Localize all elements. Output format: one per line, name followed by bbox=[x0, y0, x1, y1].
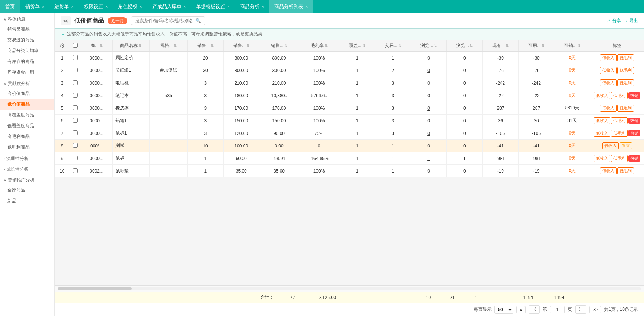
nav-finished-goods[interactable]: 产成品入库单 × bbox=[147, 0, 191, 13]
header-actions: ↗ 分享 ↓ 导出 bbox=[607, 18, 638, 24]
cell-sellable: 0天 bbox=[554, 127, 590, 140]
cell-name: 鼠标 bbox=[112, 152, 149, 165]
table-row: 5 0000... 橡皮擦 3 170.00 170.00 100% 1 3 0… bbox=[55, 102, 644, 115]
row-checkbox[interactable] bbox=[73, 68, 78, 72]
cell-sales-amt: 35.00 bbox=[223, 165, 259, 177]
sidebar-section-marketing[interactable]: ∨ 营销推广分析 bbox=[0, 174, 54, 185]
sidebar-item-high-margin[interactable]: 高毛利商品 bbox=[0, 131, 54, 142]
sidebar-item-sales-goods[interactable]: 销售类商品 bbox=[0, 24, 54, 35]
sidebar-item-low-coverage[interactable]: 低覆盖度商品 bbox=[0, 120, 54, 131]
cell-view2: 0 bbox=[447, 140, 483, 152]
cell-code: 0000... bbox=[81, 127, 112, 140]
row-checkbox[interactable] bbox=[73, 93, 78, 98]
sidebar-item-new-goods[interactable]: 新品 bbox=[0, 196, 54, 206]
nav-product-analysis-list[interactable]: 商品分析列表 × bbox=[269, 0, 313, 13]
last-page-button[interactable]: >> bbox=[589, 306, 601, 313]
next-page-button[interactable]: 〉 bbox=[575, 305, 586, 314]
tag-hot: 热销 bbox=[628, 92, 640, 99]
cell-sales-qty: 3 bbox=[187, 77, 223, 89]
cell-sales-amt: 100.00 bbox=[223, 140, 259, 152]
view-link[interactable]: 0 bbox=[427, 55, 430, 61]
sidebar-item-high-coverage[interactable]: 高覆盖度商品 bbox=[0, 110, 54, 120]
sidebar-section-contribution[interactable]: ∨ 贡献度分析 bbox=[0, 78, 54, 88]
close-icon[interactable]: × bbox=[305, 4, 308, 9]
first-page-button[interactable]: « bbox=[516, 306, 526, 313]
row-checkbox[interactable] bbox=[73, 143, 78, 148]
page-input[interactable] bbox=[550, 306, 565, 313]
row-checkbox[interactable] bbox=[73, 105, 78, 110]
row-checkbox[interactable] bbox=[73, 156, 78, 160]
sidebar-section-growth[interactable]: › 成长性分析 bbox=[0, 163, 54, 174]
row-checkbox[interactable] bbox=[73, 118, 78, 123]
tag-label: 低毛利 bbox=[617, 67, 634, 74]
tag-hot: 热销 bbox=[628, 118, 640, 124]
close-icon[interactable]: × bbox=[227, 4, 229, 9]
cell-code: 0000... bbox=[81, 64, 112, 77]
cell-tags: 低收入低毛利热销 bbox=[590, 152, 644, 165]
nav-role-auth[interactable]: 角色授权 × bbox=[113, 0, 147, 13]
nav-purchase-order[interactable]: 进货单 × bbox=[49, 0, 78, 13]
row-checkbox[interactable] bbox=[73, 80, 78, 85]
view-link[interactable]: 0 bbox=[427, 131, 430, 136]
sidebar-item-stock-capital[interactable]: 库存资金占用 bbox=[0, 67, 54, 78]
page-word: 页 bbox=[568, 306, 572, 313]
cell-sellable: 0天 bbox=[554, 152, 590, 165]
info-icon: ✧ bbox=[61, 32, 65, 37]
close-icon[interactable]: × bbox=[184, 4, 186, 9]
sidebar-item-low-margin[interactable]: 低毛利商品 bbox=[0, 142, 54, 153]
select-all-checkbox[interactable] bbox=[73, 43, 78, 48]
close-icon[interactable]: × bbox=[42, 4, 44, 9]
top-nav: 首页 销货单 × 进货单 × 权限设置 × 角色授权 × 产成品入库单 × 单据… bbox=[0, 0, 644, 13]
sidebar-item-high-value[interactable]: 高价值商品 bbox=[0, 88, 54, 99]
cell-name: 属性定价 bbox=[112, 52, 149, 64]
sidebar-item-low-value[interactable]: 低价值商品 bbox=[0, 99, 54, 110]
settings-icon[interactable]: ⚙ bbox=[60, 43, 65, 49]
cell-coverage: 1 bbox=[339, 152, 375, 165]
nav-product-analysis[interactable]: 商品分析 × bbox=[235, 0, 269, 13]
row-checkbox[interactable] bbox=[73, 168, 78, 173]
nav-template[interactable]: 单据模板设置 × bbox=[191, 0, 235, 13]
close-icon[interactable]: × bbox=[105, 4, 108, 9]
time-filter-tag[interactable]: 近一月 bbox=[108, 17, 127, 24]
nav-home[interactable]: 首页 bbox=[0, 0, 20, 13]
cell-tags: 低收入低毛利 bbox=[590, 165, 644, 177]
view-link[interactable]: 0 bbox=[427, 143, 430, 149]
tag-label: 低收入 bbox=[594, 155, 610, 162]
cell-sellable: 0天 bbox=[554, 77, 590, 89]
tag-label: 低毛利 bbox=[611, 130, 628, 137]
share-button[interactable]: ↗ 分享 bbox=[607, 18, 621, 24]
view-link[interactable]: 0 bbox=[427, 93, 430, 98]
cell-view2: 0 bbox=[447, 165, 483, 177]
view-link[interactable]: 0 bbox=[427, 106, 430, 111]
export-button[interactable]: ↓ 导出 bbox=[625, 18, 638, 24]
sidebar-collapse-button[interactable]: ≪ bbox=[61, 16, 71, 25]
sidebar-section-flow[interactable]: › 流通性分析 bbox=[0, 153, 54, 163]
view-link[interactable]: 0 bbox=[427, 169, 430, 174]
sidebar-item-all-goods[interactable]: 全部商品 bbox=[0, 185, 54, 196]
close-icon[interactable]: × bbox=[71, 4, 73, 9]
cell-checkbox bbox=[70, 89, 81, 102]
sidebar-item-traded-goods[interactable]: 交易过的商品 bbox=[0, 35, 54, 45]
view-link[interactable]: 0 bbox=[427, 68, 430, 73]
per-page-select[interactable]: 50 100 200 bbox=[494, 306, 513, 314]
view-link[interactable]: 1 bbox=[427, 156, 430, 161]
th-view2: 浏览...⇅ bbox=[447, 40, 483, 52]
sidebar-item-category-rate[interactable]: 商品分类助销率 bbox=[0, 45, 54, 56]
close-icon[interactable]: × bbox=[262, 4, 264, 9]
row-checkbox[interactable] bbox=[73, 130, 78, 135]
sidebar-section-overall[interactable]: ∨ 整体信息 bbox=[0, 13, 54, 24]
cell-gross-rate: 100% bbox=[299, 64, 339, 77]
total-row: 合计： 77 2,125.00 10 21 1 1 -1194 -1194 bbox=[55, 292, 644, 303]
view-link[interactable]: 0 bbox=[427, 81, 430, 86]
cell-gross-rate: -164.85% bbox=[299, 152, 339, 165]
view-link[interactable]: 0 bbox=[427, 118, 430, 123]
prev-page-button[interactable]: 〈 bbox=[529, 305, 540, 314]
table-container[interactable]: ⚙ 商...⇅ 商品名称⇅ 规格...⇅ 销售...⇅ 销售...⇅ 销售...… bbox=[55, 40, 644, 285]
nav-permission[interactable]: 权限设置 × bbox=[79, 0, 113, 13]
row-checkbox[interactable] bbox=[73, 55, 78, 60]
nav-sales-order[interactable]: 销货单 × bbox=[20, 0, 49, 13]
close-icon[interactable]: × bbox=[140, 4, 142, 9]
search-input[interactable] bbox=[135, 18, 193, 23]
sidebar-item-in-stock[interactable]: 有库存的商品 bbox=[0, 56, 54, 67]
cell-index: 2 bbox=[55, 64, 70, 77]
